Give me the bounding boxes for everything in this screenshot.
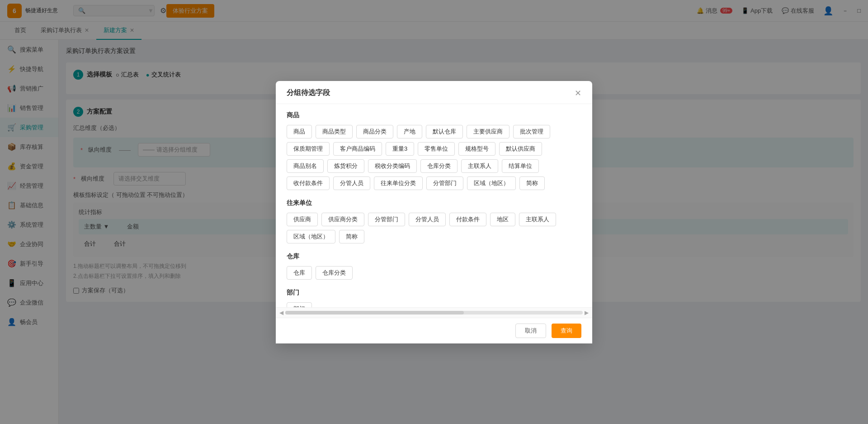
field-tag[interactable]: 仓库 [287, 266, 312, 280]
hscroll-right-arrow[interactable]: ▶ [585, 310, 589, 316]
field-tag[interactable]: 供应商分类 [321, 213, 364, 226]
modal-title: 分组待选字段 [287, 88, 330, 98]
field-tag[interactable]: 分管部门 [426, 176, 463, 190]
field-tag[interactable]: 分管人员 [409, 213, 446, 226]
field-tag[interactable]: 商品分类 [356, 125, 393, 138]
field-tag[interactable]: 结算单位 [502, 159, 539, 173]
field-tag[interactable]: 默认供应商 [499, 142, 542, 156]
field-tag[interactable]: 税收分类编码 [368, 159, 417, 173]
field-tag[interactable]: 默认仓库 [426, 125, 463, 138]
hscroll-track[interactable] [285, 311, 583, 314]
modal-body: 商品 商品 商品类型 商品分类 产地 默认仓库 主要供应商 批次管理 保质期管理… [276, 104, 592, 307]
field-tag[interactable]: 主要供应商 [467, 125, 509, 138]
confirm-button[interactable]: 查询 [552, 324, 581, 338]
field-tag[interactable]: 产地 [397, 125, 422, 138]
field-group-dept: 部门 部门 [287, 289, 581, 307]
field-tag[interactable]: 零售单位 [418, 142, 455, 156]
cancel-button[interactable]: 取消 [515, 324, 546, 338]
hscroll-thumb[interactable] [285, 311, 464, 314]
field-group-partners: 往来单位 供应商 供应商分类 分管部门 分管人员 付款条件 地区 主联系人 区域… [287, 199, 581, 243]
field-group-goods: 商品 商品 商品类型 商品分类 产地 默认仓库 主要供应商 批次管理 保质期管理… [287, 111, 581, 190]
modal-footer: 取消 查询 [276, 318, 592, 343]
field-tags-partners: 供应商 供应商分类 分管部门 分管人员 付款条件 地区 主联系人 区域（地区） … [287, 213, 581, 243]
field-select-modal: 分组待选字段 ✕ 商品 商品 商品类型 商品分类 产地 默认仓库 主要供应商 批… [276, 81, 592, 343]
field-tag[interactable]: 主联系人 [519, 213, 556, 226]
field-tag[interactable]: 简称 [519, 176, 545, 190]
field-tag[interactable]: 商品 [287, 125, 312, 138]
field-tag[interactable]: 保质期管理 [287, 142, 330, 156]
group-title-partners: 往来单位 [287, 199, 581, 207]
field-tag[interactable]: 收付款条件 [287, 176, 330, 190]
field-tag[interactable]: 简称 [339, 230, 364, 243]
field-tag[interactable]: 部门 [287, 302, 312, 307]
field-tags-warehouse: 仓库 仓库分类 [287, 266, 581, 280]
field-tag[interactable]: 分管人员 [333, 176, 370, 190]
field-tag[interactable]: 批次管理 [513, 125, 550, 138]
field-tag[interactable]: 供应商 [287, 213, 318, 226]
field-tag[interactable]: 规格型号 [458, 142, 495, 156]
field-tags-dept: 部门 [287, 302, 581, 307]
field-tag[interactable]: 商品别名 [287, 159, 324, 173]
field-tag[interactable]: 仓库分类 [316, 266, 353, 280]
group-title-warehouse: 仓库 [287, 252, 581, 261]
modal-header: 分组待选字段 ✕ [276, 81, 592, 104]
group-title-goods: 商品 [287, 111, 581, 119]
field-tag[interactable]: 地区 [490, 213, 515, 226]
field-tag[interactable]: 商品类型 [316, 125, 353, 138]
field-tag[interactable]: 付款条件 [449, 213, 486, 226]
field-tag[interactable]: 区域（地区） [287, 230, 335, 243]
modal-hscrollbar[interactable]: ◀ ▶ [276, 307, 592, 318]
field-tag[interactable]: 分管部门 [368, 213, 405, 226]
field-tag[interactable]: 炼货积分 [327, 159, 364, 173]
group-title-dept: 部门 [287, 289, 581, 297]
field-tag[interactable]: 重量3 [386, 142, 414, 156]
field-tag[interactable]: 区域（地区） [467, 176, 516, 190]
field-tag[interactable]: 仓库分类 [420, 159, 458, 173]
modal-close-button[interactable]: ✕ [575, 88, 581, 98]
field-tags-goods: 商品 商品类型 商品分类 产地 默认仓库 主要供应商 批次管理 保质期管理 客户… [287, 125, 581, 190]
field-group-warehouse: 仓库 仓库 仓库分类 [287, 252, 581, 280]
field-tag[interactable]: 主联系人 [461, 159, 498, 173]
hscroll-left-arrow[interactable]: ◀ [279, 310, 283, 316]
field-tag[interactable]: 客户商品编码 [333, 142, 382, 156]
field-tag[interactable]: 往来单位分类 [374, 176, 423, 190]
